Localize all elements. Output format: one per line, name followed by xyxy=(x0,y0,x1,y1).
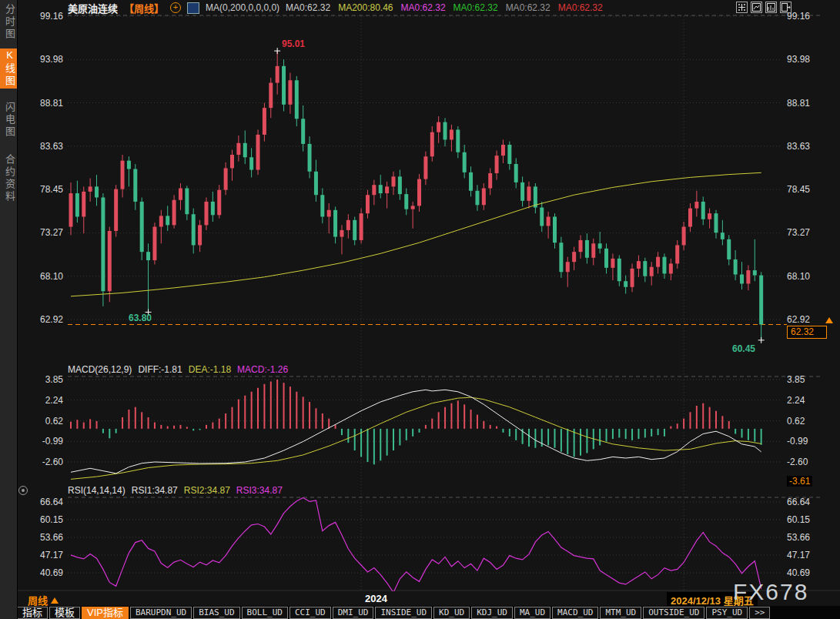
axis-label: 40.69 xyxy=(787,567,810,578)
axis-label: -0.99 xyxy=(787,436,808,447)
axis-label: 78.45 xyxy=(787,184,810,195)
caret-up-icon xyxy=(51,597,59,604)
tab-OUTSIDE_UD[interactable]: OUTSIDE_UD xyxy=(643,607,704,619)
axis-label: 93.98 xyxy=(22,54,63,65)
watermark: FX678 xyxy=(733,579,808,605)
ma-value: MA200:80.46 xyxy=(338,2,393,13)
ma-value: MA0:62.32 xyxy=(453,2,498,13)
indicator-cycle-icon[interactable] xyxy=(18,486,28,495)
price-arrow-up-icon xyxy=(825,317,833,323)
axis-label: 88.81 xyxy=(22,98,63,109)
macd-diff-value: DIFF:-1.81 xyxy=(138,364,182,375)
expand-pane-icon[interactable] xyxy=(780,2,791,13)
macd-title: MACD(26,12,9) xyxy=(68,364,132,375)
rsi2-value: RSI2:34.87 xyxy=(184,485,230,496)
tab-KD_UD[interactable]: KD_UD xyxy=(433,607,470,619)
chart-type-icon[interactable] xyxy=(187,2,199,14)
ma-value: MA0:62.32 xyxy=(506,2,551,13)
axis-label: 53.66 xyxy=(787,532,810,543)
sidebar-item-time-chart[interactable]: 分时图 xyxy=(0,2,17,42)
tab-VIP指标[interactable]: VIP指标 xyxy=(82,607,129,619)
axis-label: 3.85 xyxy=(787,374,805,385)
tab-MA_UD[interactable]: MA_UD xyxy=(514,607,551,619)
pane-chart-icon[interactable] xyxy=(751,2,762,13)
axis-label: 88.81 xyxy=(787,98,810,109)
tab-MACD_UD[interactable]: MACD_UD xyxy=(552,607,598,619)
axis-label: 47.17 xyxy=(22,550,63,560)
axis-label: 68.10 xyxy=(787,271,810,282)
chart-header: 美原油连续 【周线】 + MA(0,200,0,0,0,0) MA0:62.32… xyxy=(68,2,603,14)
ma-value: MA0:62.32 xyxy=(286,2,330,13)
tab-BARUPDN_UD[interactable]: BARUPDN_UD xyxy=(130,607,192,619)
tab-PSY_UD[interactable]: PSY_UD xyxy=(706,607,748,619)
axis-label: 83.63 xyxy=(22,141,63,152)
pane-toolbar xyxy=(736,2,791,13)
axis-label: 40.69 xyxy=(22,567,63,578)
tab-BIAS_UD[interactable]: BIAS_UD xyxy=(193,607,239,619)
axis-label: 68.10 xyxy=(22,271,63,282)
axis-label: 3.85 xyxy=(22,374,63,385)
add-indicator-icon[interactable]: + xyxy=(170,2,181,13)
x-axis-year-label: 2024 xyxy=(365,593,387,604)
tab->>[interactable]: >> xyxy=(749,607,770,619)
axis-label: 0.62 xyxy=(22,416,63,427)
rsi3-value: RSI3:34.87 xyxy=(236,485,283,496)
axis-label: -0.99 xyxy=(22,436,63,447)
axis-label: 83.63 xyxy=(787,141,810,152)
macd-header: MACD(26,12,9) DIFF:-1.81 DEA:-1.18 MACD:… xyxy=(68,364,288,375)
sidebar-item-contract-info[interactable]: 合约资料 xyxy=(0,152,17,206)
symbol-name: 美原油连续 xyxy=(68,1,118,15)
axis-label: 53.66 xyxy=(22,532,63,543)
tab-CCI_UD[interactable]: CCI_UD xyxy=(289,607,331,619)
indicator-tab-bar: 指标模板VIP指标BARUPDN_UDBIAS_UDBOLL_UDCCI_UDD… xyxy=(17,606,840,619)
tab-MTM_UD[interactable]: MTM_UD xyxy=(600,607,641,619)
axis-label: -2.60 xyxy=(787,457,808,467)
rsi-header: RSI(14,14,14) RSI1:34.87 RSI2:34.87 RSI3… xyxy=(68,485,283,496)
rsi1-value: RSI1:34.87 xyxy=(132,485,178,496)
axis-label: 0.62 xyxy=(787,416,805,427)
tab-INSIDE_UD[interactable]: INSIDE_UD xyxy=(375,607,432,619)
sidebar-item-kline-chart[interactable]: K线图 xyxy=(0,49,17,89)
sidebar: 分时图 K线图 闪电图 合约资料 xyxy=(0,0,18,619)
axis-label: 66.64 xyxy=(787,497,810,507)
axis-label: 73.27 xyxy=(787,227,810,238)
footer-row: 周线 2024 2024/12/13 星期五 FX678 xyxy=(17,591,840,606)
rsi-title: RSI(14,14,14) xyxy=(68,485,125,496)
low-annotation-1: 63.80 xyxy=(129,313,152,323)
macd-dea-value: DEA:-1.18 xyxy=(189,364,231,375)
low-annotation-2: 60.45 xyxy=(732,343,755,354)
axis-label: 60.15 xyxy=(22,514,63,525)
chart-canvas[interactable] xyxy=(0,0,840,619)
trading-app-window: 99.1699.1693.9893.9888.8188.8183.6383.63… xyxy=(0,0,840,619)
axis-label: 2.24 xyxy=(22,395,63,406)
tab-指标[interactable]: 指标 xyxy=(17,607,48,619)
ma-values: MA0:62.32MA200:80.46MA0:62.32MA0:62.32MA… xyxy=(286,2,603,13)
axis-label: 47.17 xyxy=(787,550,810,560)
axis-label: 60.15 xyxy=(787,514,810,525)
high-annotation: 95.01 xyxy=(282,38,305,49)
axis-label: 2.24 xyxy=(787,395,805,406)
current-price-tag: 62.32 xyxy=(787,326,827,339)
axis-label: 78.45 xyxy=(22,184,63,195)
tab-模板[interactable]: 模板 xyxy=(49,607,80,619)
pane-chart-alt-icon[interactable] xyxy=(765,2,777,13)
axis-label: -3.61 xyxy=(787,476,812,487)
layout-grid-icon[interactable] xyxy=(736,2,748,13)
axis-label: 66.64 xyxy=(22,497,63,507)
macd-value: MACD:-1.26 xyxy=(237,364,288,375)
axis-label: 99.16 xyxy=(22,11,63,22)
axis-label: 62.92 xyxy=(22,314,63,325)
period-tag: 【周线】 xyxy=(124,1,164,15)
axis-label: -2.60 xyxy=(22,457,63,467)
axis-label: 93.98 xyxy=(787,54,810,65)
ma-settings: MA(0,200,0,0,0,0) xyxy=(206,2,279,13)
axis-label: 73.27 xyxy=(22,227,63,238)
ma-value: MA0:62.32 xyxy=(401,2,446,13)
axis-label: 62.92 xyxy=(787,314,810,325)
ma-value: MA0:62.32 xyxy=(558,2,603,13)
tab-BOLL_UD[interactable]: BOLL_UD xyxy=(242,607,288,619)
sidebar-item-flash-chart[interactable]: 闪电图 xyxy=(0,100,17,140)
tab-DMI_UD[interactable]: DMI_UD xyxy=(333,607,374,619)
tab-KDJ_UD[interactable]: KDJ_UD xyxy=(471,607,513,619)
